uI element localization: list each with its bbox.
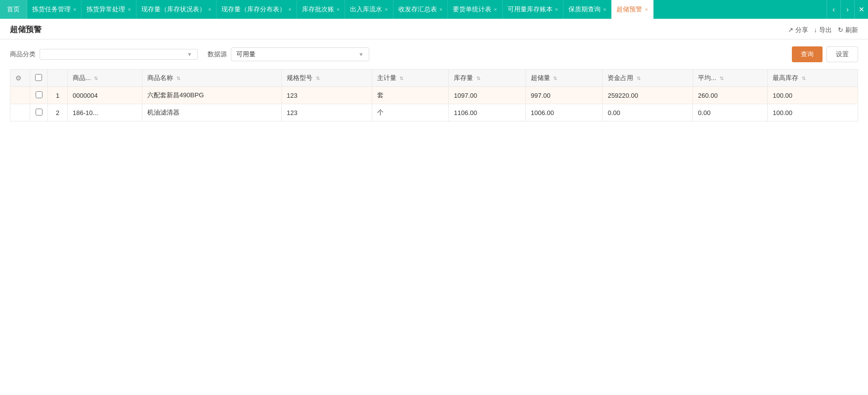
nav-home[interactable]: 首页 (0, 0, 27, 19)
export-label: 导出 (819, 26, 832, 35)
query-button[interactable]: 查询 (792, 46, 823, 62)
row-check-cell (30, 104, 48, 121)
nav-item-9[interactable]: 保质期查询× (564, 0, 611, 19)
row-avg: 0.00 (693, 104, 768, 121)
nav-item-close-2[interactable]: × (208, 6, 211, 12)
col-stock-sort-icon: ⇅ (477, 76, 480, 81)
col-header-overstock[interactable]: 超储量 ⇅ (525, 70, 603, 87)
table-container: ⚙ 商品... ⇅ 商品名称 ⇅ 规格型号 (0, 69, 868, 121)
nav-item-label-2: 现存量（库存状况表） (141, 5, 206, 14)
col-header-index (48, 70, 68, 87)
col-name-label: 商品名称 (147, 74, 173, 81)
nav-arrow-close[interactable]: ✕ (854, 0, 868, 19)
row-code: 0000004 (68, 87, 142, 104)
nav-item-close-9[interactable]: × (603, 6, 606, 12)
col-overstock-label: 超储量 (531, 74, 550, 81)
nav-item-close-1[interactable]: × (128, 6, 130, 12)
row-stock: 1106.00 (449, 104, 526, 121)
row-checkbox-1[interactable] (36, 109, 43, 116)
share-icon: ↗ (788, 26, 793, 34)
nav-item-4[interactable]: 库存批次账× (297, 0, 345, 19)
settings-button[interactable]: 设置 (826, 46, 858, 62)
col-header-code[interactable]: 商品... ⇅ (68, 70, 142, 87)
datasource-label: 数据源 (208, 50, 227, 59)
col-spec-sort-icon: ⇅ (316, 76, 320, 81)
gear-header-icon[interactable]: ⚙ (15, 74, 22, 82)
share-label: 分享 (795, 26, 808, 35)
refresh-label: 刷新 (845, 26, 858, 35)
col-name-sort-icon: ⇅ (176, 76, 180, 81)
main-content: 超储预警 ↗ 分享 ↓ 导出 ↻ 刷新 商品分类 ▼ 数据源 (0, 19, 868, 395)
datasource-select[interactable]: 可用量 ▼ (231, 47, 369, 61)
nav-item-label-6: 收发存汇总表 (398, 5, 437, 14)
category-arrow-icon: ▼ (187, 51, 192, 57)
col-maxstock-sort-icon: ⇅ (802, 76, 806, 81)
row-name: 六配套新昌490BPG (142, 87, 282, 104)
page-header: 超储预警 ↗ 分享 ↓ 导出 ↻ 刷新 (0, 19, 868, 40)
col-header-maxstock[interactable]: 最高库存 ⇅ (768, 70, 858, 87)
category-select[interactable]: ▼ (40, 49, 198, 60)
export-icon: ↓ (814, 26, 818, 34)
col-stock-label: 库存量 (454, 74, 473, 81)
nav-item-5[interactable]: 出入库流水× (345, 0, 393, 19)
row-overstock: 997.00 (525, 87, 603, 104)
share-button[interactable]: ↗ 分享 (788, 26, 808, 35)
col-header-name[interactable]: 商品名称 ⇅ (142, 70, 282, 87)
export-button[interactable]: ↓ 导出 (814, 26, 832, 35)
row-name: 机油滤清器 (142, 104, 282, 121)
nav-item-label-3: 现存量（库存分布表） (221, 5, 286, 14)
select-all-checkbox[interactable] (35, 74, 42, 81)
table-header-row: ⚙ 商品... ⇅ 商品名称 ⇅ 规格型号 (10, 70, 858, 87)
row-maxstock: 100.00 (768, 87, 858, 104)
nav-item-label-1: 拣货异常处理 (87, 5, 125, 14)
refresh-icon: ↻ (838, 26, 843, 34)
nav-item-close-10[interactable]: × (645, 6, 648, 12)
nav-item-0[interactable]: 拣货任务管理× (27, 0, 82, 19)
datasource-value: 可用量 (236, 50, 256, 59)
row-action-cell (10, 87, 30, 104)
col-header-capital[interactable]: 资金占用 ⇅ (603, 70, 693, 87)
nav-item-close-8[interactable]: × (555, 6, 558, 12)
nav-item-1[interactable]: 拣货异常处理× (82, 0, 136, 19)
col-header-stock[interactable]: 库存量 ⇅ (449, 70, 526, 87)
col-header-avg[interactable]: 平均... ⇅ (693, 70, 768, 87)
row-code: 186-10... (68, 104, 142, 121)
table-row: 2 186-10... 机油滤清器 123 个 1106.00 1006.00 … (10, 104, 858, 121)
col-header-unit[interactable]: 主计量 ⇅ (372, 70, 449, 87)
nav-item-label-0: 拣货任务管理 (32, 5, 71, 14)
col-avg-sort-icon: ⇅ (720, 76, 724, 81)
nav-arrow-left[interactable]: ‹ (826, 0, 840, 19)
nav-arrows: ‹ › ✕ (826, 0, 868, 19)
nav-item-close-6[interactable]: × (439, 6, 442, 12)
nav-item-close-7[interactable]: × (494, 6, 497, 12)
row-checkbox-0[interactable] (36, 91, 43, 98)
home-label: 首页 (7, 5, 20, 14)
filter-bar: 商品分类 ▼ 数据源 可用量 ▼ 查询 设置 (0, 40, 868, 69)
nav-item-6[interactable]: 收发存汇总表× (393, 0, 448, 19)
col-avg-label: 平均... (698, 74, 716, 81)
nav-item-close-5[interactable]: × (385, 6, 388, 12)
nav-arrow-right[interactable]: › (840, 0, 854, 19)
nav-item-2[interactable]: 现存量（库存状况表）× (136, 0, 217, 19)
col-header-spec[interactable]: 规格型号 ⇅ (281, 70, 372, 87)
nav-item-close-4[interactable]: × (337, 6, 340, 12)
nav-item-7[interactable]: 要货单统计表× (448, 0, 502, 19)
nav-item-close-3[interactable]: × (288, 6, 291, 12)
page-title: 超储预警 (10, 25, 42, 35)
category-label: 商品分类 (10, 50, 36, 59)
col-capital-label: 资金占用 (608, 74, 633, 81)
col-code-sort-icon: ⇅ (94, 76, 98, 81)
nav-item-3[interactable]: 现存量（库存分布表）× (217, 0, 297, 19)
row-avg: 260.00 (693, 87, 768, 104)
col-overstock-sort-icon: ⇅ (553, 76, 557, 81)
nav-item-label-9: 保质期查询 (568, 5, 601, 14)
nav-item-10[interactable]: 超储预警× (611, 0, 653, 19)
nav-item-label-5: 出入库流水 (350, 5, 382, 14)
table-row: 1 0000004 六配套新昌490BPG 123 套 1097.00 997.… (10, 87, 858, 104)
nav-item-8[interactable]: 可用量库存账本× (503, 0, 564, 19)
row-stock: 1097.00 (449, 87, 526, 104)
row-check-cell (30, 87, 48, 104)
nav-item-close-0[interactable]: × (73, 6, 76, 12)
refresh-button[interactable]: ↻ 刷新 (838, 26, 858, 35)
row-capital: 0.00 (603, 104, 693, 121)
